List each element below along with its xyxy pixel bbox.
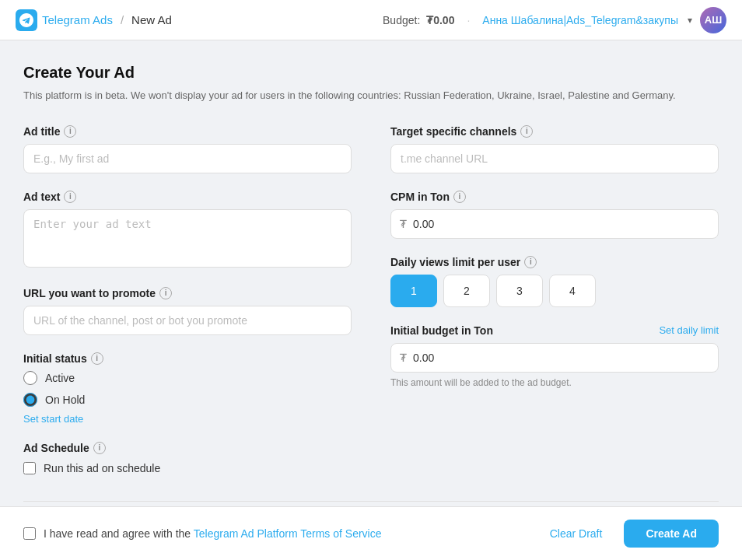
- ad-text-label: Ad text i: [23, 191, 352, 203]
- set-start-date-link[interactable]: Set start date: [23, 413, 83, 425]
- budget-label: Budget: ₮0.00: [383, 14, 454, 26]
- schedule-checkbox-item[interactable]: Run this ad on schedule: [23, 462, 352, 474]
- set-daily-limit-link[interactable]: Set daily limit: [659, 324, 719, 336]
- tos-text: I have read and agree with the Telegram …: [44, 527, 382, 540]
- url-input[interactable]: [23, 306, 352, 335]
- budget-hint: This amount will be added to the ad budg…: [390, 377, 719, 388]
- page-title: Create Your Ad: [23, 64, 719, 82]
- clear-draft-button[interactable]: Clear Draft: [537, 521, 615, 546]
- breadcrumb-separator: /: [121, 13, 124, 26]
- initial-budget-group: Initial budget in Ton Set daily limit ₮ …: [390, 324, 719, 388]
- tos-link[interactable]: Telegram Ad Platform Terms of Service: [194, 527, 382, 540]
- initial-budget-input[interactable]: [390, 343, 719, 373]
- footer-left: I have read and agree with the Telegram …: [23, 527, 382, 540]
- schedule-label: Ad Schedule i: [23, 442, 352, 454]
- ad-text-group: Ad text i: [23, 191, 352, 270]
- header-right: Budget: ₮0.00 · Анна Шабалина|Ads_Telegr…: [383, 7, 726, 33]
- initial-budget-input-wrapper: ₮: [390, 343, 719, 373]
- status-onhold-item[interactable]: On Hold: [23, 393, 352, 407]
- status-active-radio[interactable]: [23, 371, 37, 385]
- cpm-input-wrapper: ₮: [390, 209, 719, 239]
- avatar[interactable]: АШ: [700, 7, 726, 33]
- target-channels-input[interactable]: [390, 144, 719, 173]
- status-active-item[interactable]: Active: [23, 371, 352, 385]
- ad-title-label: Ad title i: [23, 125, 352, 138]
- daily-views-label: Daily views limit per user i: [390, 256, 719, 268]
- initial-status-info-icon[interactable]: i: [91, 352, 103, 365]
- form-divider: [23, 501, 719, 502]
- header-left: Telegram Ads / New Ad: [16, 9, 172, 31]
- initial-status-group: Initial status i Active On Hold Set star…: [23, 352, 352, 425]
- target-channels-label: Target specific channels i: [390, 125, 719, 138]
- footer-right: Clear Draft Create Ad: [537, 520, 719, 548]
- target-channels-group: Target specific channels i: [390, 125, 719, 173]
- initial-budget-label: Initial budget in Ton: [390, 324, 493, 337]
- ad-title-group: Ad title i: [23, 125, 352, 173]
- ad-text-textarea[interactable]: [23, 209, 352, 268]
- url-info-icon[interactable]: i: [159, 287, 172, 299]
- views-btn-1[interactable]: 1: [390, 275, 437, 307]
- telegram-logo-icon: [16, 9, 37, 31]
- chevron-down-icon[interactable]: ▾: [688, 15, 692, 26]
- daily-views-group: Daily views limit per user i 1 2 3 4: [390, 256, 719, 307]
- radio-group: Active On Hold: [23, 371, 352, 407]
- breadcrumb-ads-link[interactable]: Telegram Ads: [42, 13, 113, 26]
- views-btn-4[interactable]: 4: [549, 275, 596, 307]
- create-ad-button[interactable]: Create Ad: [624, 520, 719, 548]
- cpm-info-icon[interactable]: i: [453, 191, 466, 203]
- cpm-input[interactable]: [390, 209, 719, 239]
- status-active-label: Active: [45, 372, 75, 384]
- ad-title-input[interactable]: [23, 144, 352, 173]
- schedule-checkbox-label: Run this ad on schedule: [44, 462, 160, 474]
- ad-title-info-icon[interactable]: i: [64, 125, 76, 138]
- schedule-checkbox[interactable]: [23, 462, 36, 474]
- form-left-column: Ad title i Ad text i URL you want to pro…: [23, 125, 352, 493]
- target-channels-info-icon[interactable]: i: [520, 125, 533, 138]
- views-btn-2[interactable]: 2: [443, 275, 490, 307]
- header-separator: ·: [467, 14, 470, 26]
- status-onhold-radio[interactable]: [23, 393, 37, 407]
- main-content: Create Your Ad This platform is in beta.…: [0, 40, 742, 541]
- tos-checkbox[interactable]: [23, 527, 36, 540]
- user-name[interactable]: Анна Шабалина|Ads_Telegram&закупы: [482, 14, 678, 26]
- breadcrumb-current: New Ad: [131, 13, 172, 26]
- daily-views-info-icon[interactable]: i: [524, 256, 537, 268]
- ad-schedule-group: Ad Schedule i Run this ad on schedule: [23, 442, 352, 474]
- status-onhold-label: On Hold: [45, 394, 85, 406]
- initial-status-label: Initial status i: [23, 352, 352, 365]
- footer: I have read and agree with the Telegram …: [0, 506, 742, 560]
- page-subtitle: This platform is in beta. We won't displ…: [23, 88, 719, 103]
- form-columns: Ad title i Ad text i URL you want to pro…: [23, 125, 719, 493]
- views-btn-3[interactable]: 3: [496, 275, 543, 307]
- cpm-group: CPM in Ton i ₮: [390, 191, 719, 239]
- form-right-column: Target specific channels i CPM in Ton i …: [390, 125, 719, 493]
- budget-amount: ₮0.00: [426, 14, 454, 26]
- initial-budget-prefix-icon: ₮: [400, 352, 407, 364]
- url-group: URL you want to promote i: [23, 287, 352, 335]
- ad-text-info-icon[interactable]: i: [64, 191, 76, 203]
- cpm-prefix-icon: ₮: [400, 218, 407, 230]
- budget-label-row: Initial budget in Ton Set daily limit: [390, 324, 719, 337]
- schedule-info-icon[interactable]: i: [93, 442, 106, 454]
- url-label: URL you want to promote i: [23, 287, 352, 299]
- header: Telegram Ads / New Ad Budget: ₮0.00 · Ан…: [0, 0, 742, 40]
- cpm-label: CPM in Ton i: [390, 191, 719, 203]
- views-buttons: 1 2 3 4: [390, 275, 719, 307]
